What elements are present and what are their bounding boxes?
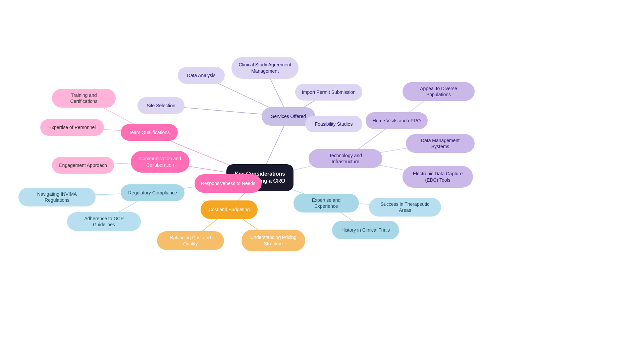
- node-responsiveness[interactable]: Responsiveness to Needs: [195, 174, 262, 193]
- node-regulatoryCompliance[interactable]: Regulatory Compliance: [121, 184, 184, 201]
- node-dataAnalysis[interactable]: Data Analysis: [178, 67, 225, 84]
- node-expertisePersonnel[interactable]: Expertise of Personnel: [40, 119, 104, 136]
- node-adherenceGCP[interactable]: Adherence to GCP Guidelines: [67, 212, 141, 231]
- node-navigatingINVIMA[interactable]: Navigating INVIMA Regulations: [18, 188, 96, 206]
- node-techInfra[interactable]: Technology and Infrastructure: [309, 149, 382, 168]
- node-dataMgmtSystems[interactable]: Data Management Systems: [406, 134, 475, 153]
- node-successTherapeutic[interactable]: Success in Therapeutic Areas: [369, 198, 441, 217]
- node-commCollab[interactable]: Communication and Collaboration: [131, 151, 190, 173]
- node-historyClinical[interactable]: History in Clinical Trials: [332, 221, 399, 239]
- node-edcTools[interactable]: Electronic Data Capture (EDC) Tools: [402, 166, 473, 188]
- node-teamQualifications[interactable]: Team Qualifications: [121, 124, 178, 141]
- node-homeVisits[interactable]: Home Visits and ePRO: [366, 112, 428, 129]
- mind-map: Key Considerations for Selecting a CROSe…: [0, 0, 644, 363]
- node-appealDiverse[interactable]: Appeal to Diverse Populations: [402, 82, 475, 101]
- node-expertiseExperience[interactable]: Expertise and Experience: [293, 194, 359, 213]
- node-costBudgeting[interactable]: Cost and Budgeting: [201, 200, 258, 219]
- node-clinicalStudy[interactable]: Clinical Study Agreement Management: [231, 57, 299, 79]
- node-importPermit[interactable]: Import Permit Submission: [295, 84, 362, 101]
- connections-svg: [0, 0, 644, 363]
- node-siteSelection[interactable]: Site Selection: [138, 97, 184, 114]
- node-pricingStructure[interactable]: Understanding Pricing Structure: [241, 230, 305, 251]
- node-trainingCerts[interactable]: Training and Certifications: [52, 89, 116, 108]
- node-engagementApproach[interactable]: Engagement Approach: [52, 157, 114, 174]
- node-feasibility[interactable]: Feasibility Studies: [305, 116, 362, 132]
- node-balancingCost[interactable]: Balancing Cost and Quality: [157, 231, 224, 250]
